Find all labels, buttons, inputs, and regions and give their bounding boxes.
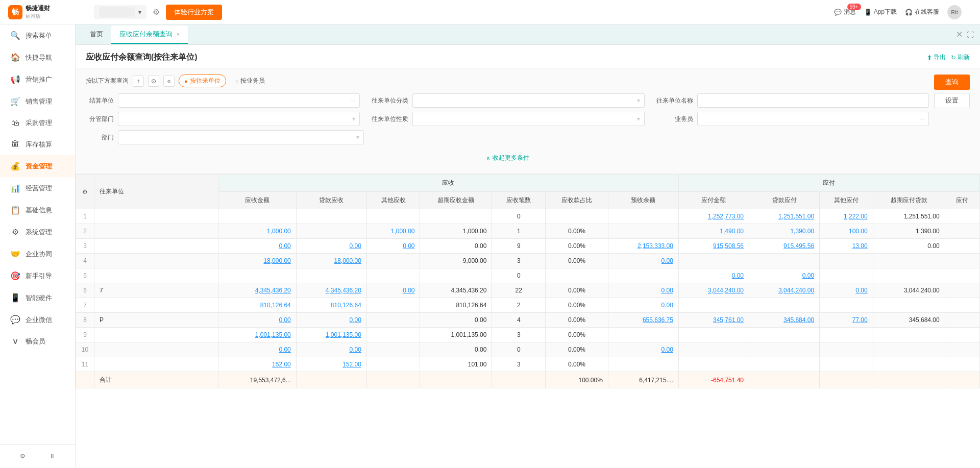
cell-yf-qt[interactable] [820, 342, 873, 357]
query-button[interactable]: 查询 [934, 75, 970, 90]
workspace-selector[interactable]: ▾ [94, 5, 146, 19]
cell-ys-dk[interactable] [296, 224, 366, 239]
sidebar-item-wechat[interactable]: 💬 企业微信 [0, 309, 75, 331]
tab-close-icon[interactable]: × [177, 31, 180, 37]
cell-ys-je[interactable]: 152.00 [218, 357, 296, 372]
cell-ys-je[interactable]: 18,000.00 [218, 254, 296, 268]
set-button[interactable]: 设置 [934, 93, 970, 108]
cell-ys-je[interactable]: 0.00 [218, 342, 296, 357]
table-gear-icon[interactable]: ⚙ [82, 188, 88, 195]
cell-ys-yy[interactable]: 0.00 [608, 283, 678, 298]
cell-yf-dk[interactable] [749, 342, 820, 357]
cell-ys-yy[interactable]: 2,153,333.00 [608, 239, 678, 254]
cell-ys-yy[interactable] [608, 224, 678, 239]
table-settings-col[interactable]: ⚙ [76, 175, 94, 209]
solution-button[interactable]: 体验行业方案 [166, 5, 222, 20]
cell-yf-dk[interactable]: 1,251,551.00 [749, 209, 820, 224]
filter-by-unit-option[interactable]: ● 按往来单位 [179, 75, 226, 87]
sidebar-item-sales[interactable]: 🛒 销售管理 [0, 90, 75, 112]
cell-yf-je[interactable]: 0.00 [678, 268, 749, 283]
partner-name-input[interactable] [697, 93, 929, 108]
cell-ys-qt[interactable] [366, 268, 420, 283]
cell-ys-qt[interactable]: 0.00 [366, 239, 420, 254]
collapse-conditions-button[interactable]: ∧ 收起更多条件 [486, 151, 529, 165]
filter-by-staff-option[interactable]: ○ 按业务员 [230, 75, 271, 87]
cell-yf-dk[interactable]: 915,495.56 [749, 239, 820, 254]
cell-yf-qt[interactable] [820, 357, 873, 372]
sidebar-item-system[interactable]: ⚙ 系统管理 [0, 221, 75, 243]
cell-yf-je[interactable]: 3,044,240.00 [678, 283, 749, 298]
footer-ys-yy[interactable]: 6,417,215.... [608, 372, 678, 388]
cell-ys-dk[interactable]: 0.00 [296, 239, 366, 254]
cell-yf-qt[interactable]: 1,222.00 [820, 209, 873, 224]
sidebar-item-finance[interactable]: 💰 资金管理 [0, 155, 75, 177]
sidebar-item-purchase[interactable]: 🛍 采购管理 [0, 112, 75, 134]
cell-yf-qt[interactable] [820, 328, 873, 342]
cell-ys-qt[interactable] [366, 313, 420, 328]
cell-yf-je[interactable] [678, 298, 749, 313]
cell-yf-qt[interactable]: 0.00 [820, 283, 873, 298]
cell-ys-dk[interactable]: 1,001,135.00 [296, 328, 366, 342]
cell-yf-je[interactable]: 1,252,773.00 [678, 209, 749, 224]
sidebar-item-basic[interactable]: 📋 基础信息 [0, 199, 75, 221]
cell-ys-dk[interactable]: 4,345,436.20 [296, 283, 366, 298]
cell-ys-dk[interactable] [296, 209, 366, 224]
cell-ys-je[interactable] [218, 209, 296, 224]
cell-yf-qt[interactable] [820, 254, 873, 268]
cell-ys-qt[interactable] [366, 328, 420, 342]
cell-yf-qt[interactable] [820, 268, 873, 283]
sidebar-item-hardware[interactable]: 📱 智能硬件 [0, 287, 75, 309]
sidebar-item-member[interactable]: V 畅会员 [0, 331, 75, 352]
cell-ys-je[interactable]: 0.00 [218, 313, 296, 328]
messages-item[interactable]: 💬 消息 99+ [834, 8, 856, 16]
cell-yf-dk[interactable]: 1,390.00 [749, 224, 820, 239]
cell-ys-dk[interactable]: 810,126.64 [296, 298, 366, 313]
cell-yf-qt[interactable] [820, 298, 873, 313]
sidebar-item-marketing[interactable]: 📢 营销推广 [0, 68, 75, 90]
cell-ys-dk[interactable]: 152.00 [296, 357, 366, 372]
refresh-button[interactable]: ↻ 刷新 [951, 53, 970, 62]
sidebar-collapse-icon[interactable]: ⏸ [49, 453, 55, 460]
cell-ys-yy[interactable]: 0.00 [608, 254, 678, 268]
partner-category-input[interactable]: ▾ [412, 93, 644, 108]
cell-yf-dk[interactable] [749, 298, 820, 313]
cell-ys-dk[interactable] [296, 268, 366, 283]
cell-ys-qt[interactable]: 0.00 [366, 283, 420, 298]
cell-ys-yy[interactable] [608, 328, 678, 342]
tab-expand-icon[interactable]: ⛶ [967, 31, 974, 39]
cell-ys-dk[interactable]: 0.00 [296, 313, 366, 328]
cell-ys-je[interactable]: 4,345,436.20 [218, 283, 296, 298]
tab-arbal[interactable]: 应收应付余额查询 × [111, 26, 188, 44]
cell-yf-qt[interactable]: 13.00 [820, 239, 873, 254]
sidebar-item-search[interactable]: 🔍 搜索菜单 [0, 24, 75, 46]
cell-yf-je[interactable]: 915,508.56 [678, 239, 749, 254]
cell-yf-dk[interactable] [749, 254, 820, 268]
cell-yf-dk[interactable] [749, 357, 820, 372]
tab-close-window-icon[interactable]: ✕ [956, 30, 963, 39]
cell-ys-je[interactable]: 1,000.00 [218, 224, 296, 239]
cell-ys-dk[interactable]: 0.00 [296, 342, 366, 357]
cell-ys-je[interactable]: 810,126.64 [218, 298, 296, 313]
cell-ys-qt[interactable] [366, 342, 420, 357]
filter-add-button[interactable]: + [133, 76, 144, 87]
cell-yf-qt[interactable]: 77.00 [820, 313, 873, 328]
cell-ys-je[interactable]: 1,001,135.00 [218, 328, 296, 342]
cell-ys-yy[interactable]: 655,636.75 [608, 313, 678, 328]
user-avatar[interactable]: Rit [947, 5, 962, 19]
cell-ys-dk[interactable]: 18,000.00 [296, 254, 366, 268]
partner-nature-input[interactable]: ▾ [412, 112, 644, 126]
cell-yf-je[interactable] [678, 357, 749, 372]
sidebar-item-quicknav[interactable]: 🏠 快捷导航 [0, 46, 75, 68]
cell-yf-dk[interactable]: 345,684.00 [749, 313, 820, 328]
cell-yf-dk[interactable]: 3,044,240.00 [749, 283, 820, 298]
filter-collapse-left-button[interactable]: « [163, 76, 175, 87]
cell-ys-yy[interactable] [608, 268, 678, 283]
cell-ys-yy[interactable] [608, 357, 678, 372]
sidebar-settings-icon[interactable]: ⚙ [20, 453, 26, 460]
cell-yf-qt[interactable]: 100.00 [820, 224, 873, 239]
tab-home[interactable]: 首页 [82, 26, 111, 44]
gear-icon[interactable]: ⚙ [153, 7, 160, 17]
cell-yf-je[interactable] [678, 328, 749, 342]
cell-ys-je[interactable] [218, 268, 296, 283]
jiesuan-unit-input[interactable]: ··· [118, 93, 360, 108]
